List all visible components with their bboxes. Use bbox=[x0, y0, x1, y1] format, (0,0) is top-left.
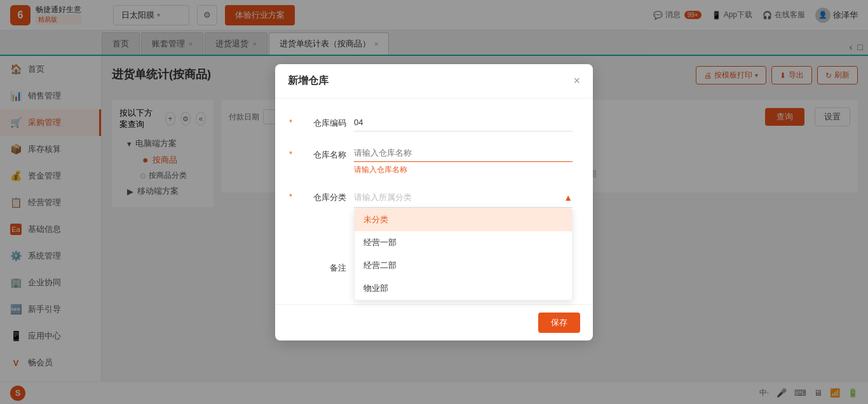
dropdown-item-none[interactable]: 未分类 bbox=[355, 208, 572, 231]
name-input[interactable] bbox=[354, 144, 573, 162]
name-label: 仓库名称 bbox=[295, 145, 346, 161]
form-row-code: 仓库编码 bbox=[295, 114, 573, 131]
modal-footer: 保存 bbox=[275, 304, 593, 340]
modal-body: 仓库编码 仓库名称 请输入仓库名称 仓库分类 请输入所属分类 bbox=[275, 98, 593, 304]
code-label: 仓库编码 bbox=[295, 114, 346, 129]
modal-header: 新增仓库 × bbox=[275, 64, 593, 98]
category-control-wrap: 请输入所属分类 ▲ 未分类 经营一部 经营二部 物业部 bbox=[354, 188, 573, 208]
category-label: 仓库分类 bbox=[295, 188, 346, 203]
modal-new-warehouse: 新增仓库 × 仓库编码 仓库名称 请输入仓库名称 仓库分类 bbox=[275, 64, 593, 340]
form-row-category: 仓库分类 请输入所属分类 ▲ 未分类 经营一部 经营二部 物业部 bbox=[295, 188, 573, 208]
code-input[interactable] bbox=[354, 114, 573, 131]
save-button[interactable]: 保存 bbox=[538, 313, 580, 333]
modal-close-button[interactable]: × bbox=[573, 74, 580, 88]
modal-title: 新增仓库 bbox=[288, 74, 329, 88]
category-placeholder: 请输入所属分类 bbox=[354, 192, 412, 203]
dropdown-item-ops1[interactable]: 经营一部 bbox=[355, 231, 572, 254]
dropdown-item-property[interactable]: 物业部 bbox=[355, 277, 572, 300]
form-row-name: 仓库名称 请输入仓库名称 bbox=[295, 144, 573, 175]
modal-overlay: 新增仓库 × 仓库编码 仓库名称 请输入仓库名称 仓库分类 bbox=[0, 0, 868, 404]
category-dropdown: 未分类 经营一部 经营二部 物业部 bbox=[354, 208, 573, 300]
dropdown-item-ops2[interactable]: 经营二部 bbox=[355, 254, 572, 277]
name-error-msg: 请输入仓库名称 bbox=[354, 165, 407, 174]
category-select[interactable]: 请输入所属分类 ▲ bbox=[354, 188, 573, 208]
remark-label: 备注 bbox=[295, 259, 346, 274]
category-arrow-up-icon: ▲ bbox=[564, 192, 573, 203]
